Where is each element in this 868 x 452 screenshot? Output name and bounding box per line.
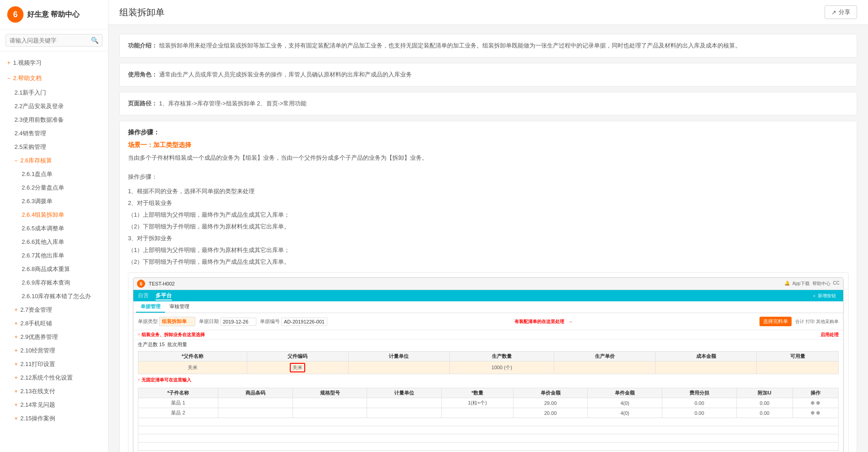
btd-empty: [138, 442, 839, 451]
mock-top-table-header: *父件名称 父件编码 计量单位 生产数量 生产单价 成本金额 可用量: [138, 352, 839, 362]
table-row: 关米 关米 1000 (个): [138, 362, 839, 374]
sidebar-item-adjust[interactable]: 2.6.3调拨单: [22, 195, 108, 208]
sidebar-item-print[interactable]: + 2.11打印设置: [14, 357, 108, 371]
sidebar-item-new[interactable]: 2.1新手入门: [14, 86, 108, 100]
share-label: 分享: [839, 8, 850, 16]
share-button[interactable]: ↗ 分享: [825, 5, 857, 19]
sidebar-item-ops[interactable]: + 2.10经营管理: [14, 344, 108, 357]
step2: 2、对于组装业务: [128, 197, 849, 209]
bth-price: 单价金额: [513, 388, 588, 398]
sidebar-item-part[interactable]: 2.6.2分量盘点单: [22, 181, 108, 195]
plus-icon-pay: +: [14, 388, 18, 395]
mock-tab-multi[interactable]: 多平台: [156, 292, 172, 300]
plus-icon-custom: +: [14, 375, 18, 381]
step3-1: （1）上部明细为父件明细，最终作为原材料生成其它出库单；: [128, 244, 849, 256]
sidebar-item-coupon[interactable]: + 2.9优惠券管理: [14, 330, 108, 344]
sidebar-item-finance[interactable]: + 2.7资金管理: [14, 303, 108, 317]
sidebar-item-docs[interactable]: − 2.帮助文档: [0, 71, 108, 86]
sidebar-item-custom-label: 2.12系统个性化设置: [20, 374, 73, 382]
sidebar-item-inventory[interactable]: − 2.6库存核算: [14, 154, 108, 167]
sidebar-item-video[interactable]: + 1.视频学习: [0, 55, 108, 71]
mock-field-no: 单据编号 AD-20191226-001: [260, 318, 327, 326]
processing-annotation: 启用处理: [821, 332, 839, 338]
mock-batch-label: 批次用量: [167, 342, 187, 347]
mock-type-input[interactable]: 组装拆卸单: [159, 317, 195, 326]
th-cost: 成本金额: [656, 352, 757, 362]
td-cost-val: [656, 362, 757, 374]
table-row: [138, 434, 839, 442]
td-code-box[interactable]: 关米: [290, 363, 305, 372]
step3: 3、对于拆卸业务: [128, 233, 849, 244]
scene1-desc: 当由多个子件材料组装成一个成品的业务为【组装】业务，当由一个父件拆分成多个子产品…: [128, 152, 849, 164]
table-row: [138, 442, 839, 451]
sidebar-item-ops-label: 2.10经营管理: [20, 347, 55, 355]
td-parent-name: 关米: [138, 362, 247, 374]
td-prod-price: [554, 362, 656, 374]
sidebar-item-custom[interactable]: + 2.12系统个性化设置: [14, 371, 108, 385]
btd-qty2: [442, 408, 514, 418]
sidebar-item-mobile[interactable]: + 2.8手机旺铺: [14, 317, 108, 330]
sidebar-item-stockfix[interactable]: 2.6.10库存账本错了怎么办: [22, 290, 108, 303]
btd-share1: 0.00: [662, 398, 737, 408]
sidebar-item-print-label: 2.11打印设置: [20, 360, 55, 368]
step1: 1、根据不同的业务，选择不同单据的类型来处理: [128, 186, 849, 197]
th-parent-name: *父件名称: [138, 352, 247, 362]
step2-2: （2）下部明细为子件明细，最终作为原材料生成其它出库单。: [128, 221, 849, 233]
plus-icon-mobile: +: [14, 320, 18, 327]
sidebar-item-costrecalc[interactable]: 2.6.8商品成本重算: [22, 262, 108, 276]
mock-screenshot: 6 TEST-H002 🔔 App下载 帮助中心 CC 自营: [133, 277, 844, 452]
btd-unit2: [367, 408, 442, 418]
th-unit: 计量单位: [348, 352, 449, 362]
sidebar-item-label: 1.视频学习: [13, 59, 42, 67]
sidebar-item-install[interactable]: 2.2产品安装及登录: [14, 100, 108, 113]
table-row: [138, 418, 839, 426]
content-area: 功能介绍： 组装拆卸单用来处理企业组装或拆卸等加工业务，支持有固定装配清单的产品…: [108, 25, 868, 452]
search-input[interactable]: [9, 37, 91, 44]
mock-tabs: 自营 多平台: [138, 292, 172, 300]
sidebar-item-purchase[interactable]: 2.5采购管理: [14, 140, 108, 154]
minus-icon: −: [7, 75, 10, 81]
scene1-title: 场景一：加工类型选择: [128, 141, 849, 149]
mock-date-input[interactable]: 2019-12-26: [220, 318, 256, 326]
sidebar-item-stockcheck[interactable]: 2.6.1盘点单: [22, 167, 108, 181]
sidebar-item-assembly[interactable]: 2.6.4组装拆卸单: [22, 208, 108, 222]
btd-share2: 0.00: [662, 408, 737, 418]
sidebar-item-sales[interactable]: 2.4销售管理: [14, 127, 108, 140]
sidebar-item-stockquery[interactable]: 2.6.9库存账本查询: [22, 276, 108, 290]
type-annotation-row: ↑ 组装业务、拆卸业务在这里选择 启用处理: [133, 330, 843, 339]
table-row: [138, 426, 839, 434]
mock-sub-form: 生产总数 15 批次用量: [133, 339, 843, 349]
sidebar-item-faq[interactable]: + 2.14常见问题: [14, 398, 108, 412]
mock-type-label: 单据类型: [138, 318, 158, 325]
path-label: 页面路径：: [128, 100, 157, 107]
sidebar-item-pay[interactable]: + 2.13在线支付: [14, 385, 108, 398]
bth-barcode: 商品条码: [218, 388, 293, 398]
sidebar-item-in[interactable]: 2.6.6其他入库单: [22, 235, 108, 249]
mock-select-btn[interactable]: 选择完料单: [760, 317, 792, 326]
mock-date-label: 单据日期: [199, 318, 219, 325]
mock-add-btn[interactable]: ＋ 新增按钮: [812, 293, 836, 298]
role-text: 通常由生产人员或库管人员完成拆装业务的操作，库管人员确认原材料的出库和产成品的入…: [159, 71, 412, 78]
role-label: 使用角色：: [128, 71, 157, 78]
sidebar-item-cases[interactable]: + 2.15操作案例: [14, 412, 108, 425]
sidebar-item-data[interactable]: 2.3使用前数据准备: [14, 113, 108, 127]
btd-price1: 29.00: [513, 398, 588, 408]
steps-area: 操作步骤： 场景一：加工类型选择 当由多个子件材料组装成一个成品的业务为【组装】…: [119, 121, 857, 452]
logo-area: 6 好生意 帮助中心: [0, 0, 108, 29]
mock-sub-tab-manage[interactable]: 单据管理: [136, 301, 165, 313]
nav-sub-inventory: 2.6.1盘点单 2.6.2分量盘点单 2.6.3调拨单 2.6.4组装拆卸单 …: [14, 167, 108, 303]
logo-icon: 6: [7, 6, 24, 23]
btd-barcode1: [218, 398, 293, 408]
mock-no-input[interactable]: AD-20191226-001: [281, 318, 327, 326]
btd-extra1: 0.00: [736, 398, 793, 408]
mock-tab-zizhi[interactable]: 自营: [138, 292, 149, 299]
table-row: 菜品 1 1(粒+个) 29.00 4(0) 0.00 0.00 ⊕: [138, 398, 839, 408]
sidebar-item-out[interactable]: 2.6.7其他出库单: [22, 249, 108, 262]
search-button[interactable]: 🔍: [91, 37, 99, 44]
sidebar-item-cost[interactable]: 2.6.5成本调整单: [22, 222, 108, 235]
arrow-up-icon2: ↑: [138, 377, 140, 382]
mock-sub-field: 批次用量: [167, 341, 187, 348]
th-avail: 可用量: [757, 352, 839, 362]
ops-title: 操作步骤：: [128, 128, 849, 137]
mock-sub-tab-audit[interactable]: 审核管理: [165, 301, 194, 313]
